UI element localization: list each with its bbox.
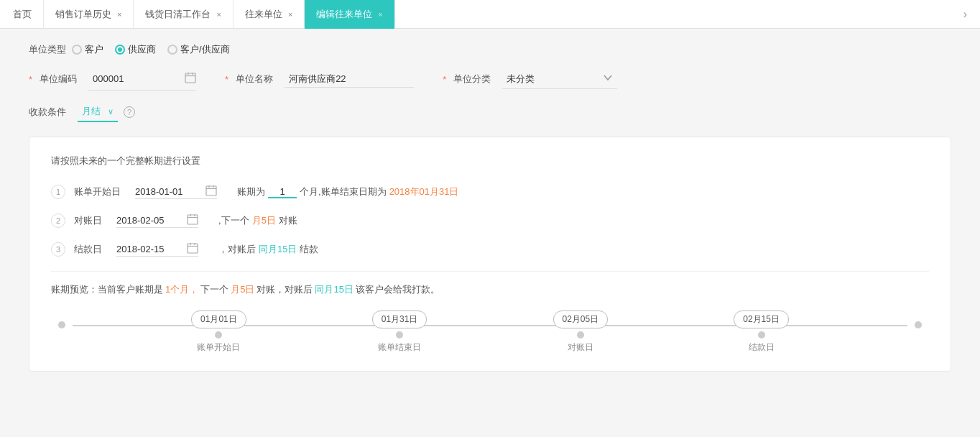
unit-code-required: * — [29, 74, 32, 85]
payment-row: 收款条件 月结 ∨ ? — [29, 102, 951, 122]
question-mark: ? — [127, 108, 131, 116]
tl-end — [915, 310, 922, 328]
tl-badge-1: 01月01日 — [191, 310, 246, 328]
unit-code-input[interactable] — [88, 70, 182, 87]
settings-card: 请按照未来的一个完整帐期进行设置 1 账单开始日 账期为 个月,账单结束日期为 … — [29, 137, 951, 372]
tab-home[interactable]: 首页 — [6, 0, 44, 29]
unit-category-required: * — [443, 74, 446, 85]
calendar-icon-1[interactable] — [205, 185, 217, 198]
row-num-1: 1 — [51, 185, 65, 199]
tl-start — [58, 310, 65, 328]
tab-sales-order-history-close[interactable]: × — [117, 10, 121, 19]
preview-end: 该客户会给我打款。 — [356, 283, 440, 296]
date-field-3[interactable] — [116, 244, 181, 254]
unit-category-value: 未分类 — [507, 73, 535, 86]
unit-name-input[interactable] — [285, 70, 414, 88]
radio-supplier[interactable]: 供应商 — [115, 43, 156, 56]
tl-point-2: 01月31日 账单结束日 — [372, 310, 427, 354]
tl-start-dot — [58, 321, 65, 328]
payment-help-icon[interactable]: ? — [124, 106, 135, 118]
row-label-1: 账单开始日 — [74, 185, 121, 198]
radio-supplier-label: 供应商 — [128, 43, 156, 56]
radio-customer-supplier-circle — [167, 45, 177, 55]
tl-label-4: 结款日 — [749, 341, 775, 354]
unit-code-group: * 单位编码 — [29, 68, 196, 91]
date-input-3 — [116, 242, 198, 257]
row-2-highlight: 月5日 — [252, 214, 276, 227]
svg-rect-4 — [206, 186, 216, 196]
preview-section: 账期预览：当前客户账期是 1个月， 下一个 月5日 对账，对账后 同月15日 该… — [51, 271, 929, 354]
unit-category-group: * 单位分类 未分类 — [443, 70, 617, 89]
tab-sales-order-history[interactable]: 销售订单历史 × — [44, 0, 134, 29]
date-input-2 — [116, 213, 198, 228]
timeline-points: 01月01日 账单开始日 01月31日 账单结束日 02月05日 对账 — [58, 310, 922, 354]
payment-select[interactable]: 月结 ∨ — [78, 102, 118, 122]
row-1-desc-prefix: 账期为 — [237, 185, 265, 198]
tab-home-label: 首页 — [13, 8, 32, 21]
row-3-highlight: 同月15日 — [259, 243, 297, 256]
svg-rect-8 — [188, 215, 198, 224]
row-1-description: 账期为 个月,账单结束日期为 2018年01月31日 — [237, 185, 458, 198]
preview-reconcile: 对账，对账后 — [256, 283, 313, 296]
tab-edit-partner-close[interactable]: × — [378, 10, 382, 19]
date-field-1[interactable] — [135, 186, 200, 197]
row-3-description: ，对账后同月15日结款 — [218, 243, 318, 256]
card-title: 请按照未来的一个完整帐期进行设置 — [51, 155, 929, 167]
row-2-desc-part1: ,下一个 — [218, 214, 249, 227]
tab-partners-close[interactable]: × — [288, 10, 292, 19]
row-label-3: 结款日 — [74, 243, 102, 256]
row-1-desc-suffix: 个月,账单结束日期为 — [300, 185, 387, 198]
tl-dot-2 — [396, 331, 403, 339]
row-3-desc-part2: 结款 — [300, 243, 318, 256]
radio-customer-supplier[interactable]: 客户/供应商 — [167, 43, 230, 56]
tab-cash-work-label: 钱货日清工作台 — [145, 8, 211, 21]
tl-end-dot — [915, 321, 922, 328]
date-field-2[interactable] — [116, 215, 181, 226]
tl-badge-2: 01月31日 — [372, 310, 427, 328]
timeline-chart-container: 01月01日 账单开始日 01月31日 账单结束日 02月05日 对账 — [51, 310, 929, 354]
tab-cash-work-close[interactable]: × — [216, 10, 221, 19]
row-3-desc-part1: ，对账后 — [218, 243, 256, 256]
tl-badge-3: 02月05日 — [553, 310, 609, 328]
tl-point-3: 02月05日 对账日 — [553, 310, 609, 354]
row-1-highlight: 2018年01月31日 — [389, 185, 459, 198]
preview-month5: 月5日 — [231, 283, 254, 296]
radio-customer-label: 客户 — [85, 43, 103, 56]
radio-supplier-circle — [115, 45, 125, 55]
row-label-2: 对账日 — [74, 214, 102, 227]
tab-edit-partner[interactable]: 编辑往来单位 × — [305, 0, 394, 29]
tab-partners-label: 往来单位 — [245, 8, 282, 21]
calendar-icon-3[interactable] — [187, 242, 198, 256]
months-input[interactable] — [268, 186, 297, 198]
tab-partners[interactable]: 往来单位 × — [234, 0, 305, 29]
main-content: 单位类型 客户 供应商 客户/供应商 * 单位编码 — [0, 29, 980, 437]
unit-type-label: 单位类型 — [29, 43, 66, 56]
row-2-description: ,下一个月5日对账 — [218, 214, 297, 227]
tl-label-1: 账单开始日 — [197, 341, 240, 354]
tl-dot-3 — [577, 331, 584, 339]
radio-customer-circle — [72, 45, 82, 55]
unit-type-row: 单位类型 客户 供应商 客户/供应商 — [29, 43, 951, 56]
row-num-2: 2 — [51, 213, 65, 228]
unit-category-select[interactable]: 未分类 — [502, 70, 617, 89]
radio-customer[interactable]: 客户 — [72, 43, 103, 56]
row-num-3: 3 — [51, 242, 65, 257]
preview-text: 账期预览：当前客户账期是 1个月， 下一个 月5日 对账，对账后 同月15日 该… — [51, 283, 929, 296]
unit-code-icon[interactable] — [185, 72, 196, 86]
unit-name-label: 单位名称 — [236, 73, 273, 86]
tab-more-button[interactable]: › — [956, 8, 974, 21]
payment-label: 收款条件 — [29, 106, 66, 119]
tl-label-2: 账单结束日 — [378, 341, 421, 354]
tl-label-3: 对账日 — [568, 341, 593, 354]
preview-same-month15: 同月15日 — [315, 283, 353, 296]
payment-value: 月结 — [82, 105, 101, 118]
fields-row: * 单位编码 * 单位名称 * 单位分类 未分类 — [29, 68, 951, 91]
preview-next: 下一个 — [200, 283, 228, 296]
unit-code-label: 单位编码 — [40, 73, 77, 86]
unit-type-radio-group: 客户 供应商 客户/供应商 — [72, 43, 230, 56]
tab-edit-partner-label: 编辑往来单位 — [316, 8, 372, 21]
tab-cash-work[interactable]: 钱货日清工作台 × — [134, 0, 233, 29]
tab-sales-order-history-label: 销售订单历史 — [55, 8, 111, 21]
calendar-icon-2[interactable] — [187, 213, 198, 227]
unit-category-chevron-icon — [603, 73, 613, 85]
